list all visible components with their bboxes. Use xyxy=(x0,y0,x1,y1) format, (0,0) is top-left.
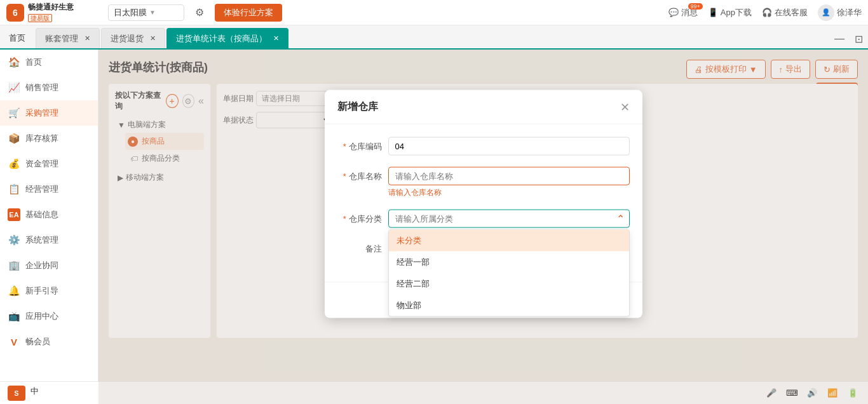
tab-accounts[interactable]: 账套管理 ✕ xyxy=(36,28,100,48)
store-dropdown-arrow: ▼ xyxy=(149,9,156,16)
accounts-tab-close[interactable]: ✕ xyxy=(85,34,90,43)
sidebar-item-app-center[interactable]: 📺 应用中心 xyxy=(0,304,98,329)
sidebar-enterprise-label: 企业协同 xyxy=(25,260,58,271)
tab-bar: 首页 账套管理 ✕ 进货退货 ✕ 进货单统计表（按商品） ✕ — ⊡ xyxy=(0,25,868,50)
store-name: 日太阳膜 xyxy=(114,7,147,18)
online-service-button[interactable]: 🎧 在线客服 xyxy=(762,7,808,18)
dropdown-option-dept2[interactable]: 经营二部 xyxy=(389,273,629,295)
message-icon: 💬 xyxy=(668,8,679,17)
category-label: * 仓库分类 xyxy=(337,210,388,225)
inventory-icon: 📦 xyxy=(8,132,20,145)
home-icon: 🏠 xyxy=(8,56,20,69)
sidebar-item-purchase[interactable]: 🛒 采购管理 xyxy=(0,100,98,126)
sidebar: 🏠 首页 📈 销售管理 🛒 采购管理 📦 库存核算 💰 资金管理 📋 经营管理 … xyxy=(0,50,98,404)
code-field-wrap xyxy=(388,137,630,156)
dropdown-option-dept3[interactable]: 物业部 xyxy=(389,295,629,316)
purchase-stats-tab-close[interactable]: ✕ xyxy=(273,34,279,43)
brand-info: 畅捷通好生意 捷易版 xyxy=(28,2,74,23)
tab-purchase-stats[interactable]: 进货单统计表（按商品） ✕ xyxy=(166,28,288,48)
dropdown-option-uncategorized[interactable]: 未分类 xyxy=(389,230,629,252)
user-menu-button[interactable]: 👤 徐泽华 xyxy=(818,4,862,21)
sidebar-operations-label: 经营管理 xyxy=(25,184,58,195)
member-icon: V xyxy=(8,335,20,348)
name-field-wrap: 请输入仓库名称 xyxy=(388,167,630,198)
sidebar-basic-info-label: 基础信息 xyxy=(25,209,58,220)
guide-icon: 🔔 xyxy=(8,285,20,297)
code-label: * 仓库编码 xyxy=(337,137,388,152)
s99-logo: S xyxy=(8,386,25,401)
category-field-wrap: ⌃ 未分类 经营一部 经营二部 物业部 xyxy=(388,210,630,228)
app-download-label: App下载 xyxy=(721,7,752,18)
dialog-close-button[interactable]: ✕ xyxy=(620,101,630,112)
sidebar-app-center-label: 应用中心 xyxy=(25,311,58,322)
sidebar-item-guide[interactable]: 🔔 新手引导 xyxy=(0,278,98,304)
code-input[interactable] xyxy=(388,137,630,156)
mobile-icon: 📱 xyxy=(708,8,718,17)
category-input[interactable] xyxy=(388,210,630,228)
sidebar-inventory-label: 库存核算 xyxy=(25,133,58,144)
purchase-icon: 🛒 xyxy=(8,107,20,119)
main-layout: 🏠 首页 📈 销售管理 🛒 采购管理 📦 库存核算 💰 资金管理 📋 经营管理 … xyxy=(0,50,868,404)
tab-home[interactable]: 首页 xyxy=(0,28,34,48)
accounts-tab-label: 账套管理 xyxy=(45,33,78,44)
bottom-text: 中 xyxy=(31,386,39,401)
sidebar-item-operations[interactable]: 📋 经营管理 xyxy=(0,177,98,202)
app-download-button[interactable]: 📱 App下载 xyxy=(708,7,752,18)
sidebar-finance-label: 资金管理 xyxy=(25,158,58,170)
top-right-area: 💬 消息 99+ 📱 App下载 🎧 在线客服 👤 徐泽华 xyxy=(668,4,862,21)
content-area: 进货单统计(按商品) 🖨 按模板打印 ▼ ↑ 导出 ↻ 刷新 查询 xyxy=(98,50,868,404)
category-dropdown: 未分类 经营一部 经营二部 物业部 xyxy=(388,229,630,317)
sidebar-item-inventory[interactable]: 📦 库存核算 xyxy=(0,126,98,151)
maximize-button[interactable]: ⊡ xyxy=(849,29,868,48)
purchase-stats-tab-label: 进货单统计表（按商品） xyxy=(176,33,267,44)
code-required-star: * xyxy=(343,142,346,151)
home-tab-label: 首页 xyxy=(9,32,25,44)
sidebar-guide-label: 新手引导 xyxy=(25,285,58,297)
top-bar: 6 畅捷通好生意 捷易版 日太阳膜 ▼ ⚙ 体验行业方案 💬 消息 99+ 📱 … xyxy=(0,0,868,25)
user-avatar: 👤 xyxy=(818,4,834,21)
category-dropdown-arrow[interactable]: ⌃ xyxy=(616,213,625,225)
sidebar-item-basic-info[interactable]: EA 基础信息 xyxy=(0,202,98,227)
purchase-return-tab-close[interactable]: ✕ xyxy=(150,34,156,43)
logo-area: 6 畅捷通好生意 捷易版 xyxy=(6,2,102,23)
brand-badge: 捷易版 xyxy=(28,13,74,23)
sidebar-item-member[interactable]: V 畅会员 xyxy=(0,329,98,354)
new-warehouse-dialog: 新增仓库 ✕ * 仓库编码 xyxy=(325,90,642,318)
username-label: 徐泽华 xyxy=(837,7,862,18)
tab-purchase-return[interactable]: 进货退货 ✕ xyxy=(101,28,165,48)
trial-button[interactable]: 体验行业方案 xyxy=(215,4,282,22)
message-button[interactable]: 💬 消息 99+ xyxy=(668,7,698,18)
notes-label: 备注 xyxy=(337,239,388,255)
category-field-row: * 仓库分类 ⌃ 未分类 经营一部 经营二部 物业部 xyxy=(337,210,630,228)
dialog-body: * 仓库编码 * 仓库名称 xyxy=(325,125,642,282)
store-selector[interactable]: 日太阳膜 ▼ xyxy=(108,4,184,21)
app-logo-icon: 6 xyxy=(6,4,24,22)
online-service-label: 在线客服 xyxy=(775,7,808,18)
dropdown-option-dept1[interactable]: 经营一部 xyxy=(389,252,629,273)
purchase-return-tab-label: 进货退货 xyxy=(111,33,144,44)
sidebar-item-enterprise[interactable]: 🏢 企业协同 xyxy=(0,253,98,278)
sidebar-item-system[interactable]: ⚙️ 系统管理 xyxy=(0,227,98,253)
sidebar-sales-label: 销售管理 xyxy=(25,82,58,93)
name-required-star: * xyxy=(343,172,346,181)
sidebar-item-finance[interactable]: 💰 资金管理 xyxy=(0,151,98,177)
name-error-message: 请输入仓库名称 xyxy=(388,187,630,198)
headset-icon: 🎧 xyxy=(762,8,772,17)
app-center-icon: 📺 xyxy=(8,310,20,323)
code-label-text: 仓库编码 xyxy=(349,142,382,151)
sidebar-member-label: 畅会员 xyxy=(25,336,50,347)
name-input[interactable] xyxy=(388,167,630,185)
category-required-star: * xyxy=(343,214,346,224)
sidebar-item-home[interactable]: 🏠 首页 xyxy=(0,50,98,75)
settings-icon[interactable]: ⚙ xyxy=(191,4,208,22)
sidebar-purchase-label: 采购管理 xyxy=(25,107,58,119)
brand-name: 畅捷通好生意 xyxy=(28,2,74,13)
sales-icon: 📈 xyxy=(8,81,20,94)
dialog-title: 新增仓库 xyxy=(337,100,378,114)
name-label: * 仓库名称 xyxy=(337,167,388,182)
sidebar-home-label: 首页 xyxy=(25,57,42,68)
sidebar-item-sales[interactable]: 📈 销售管理 xyxy=(0,75,98,100)
badge-label: 捷易版 xyxy=(28,14,52,22)
minimize-button[interactable]: — xyxy=(830,29,849,48)
finance-icon: 💰 xyxy=(8,158,20,170)
